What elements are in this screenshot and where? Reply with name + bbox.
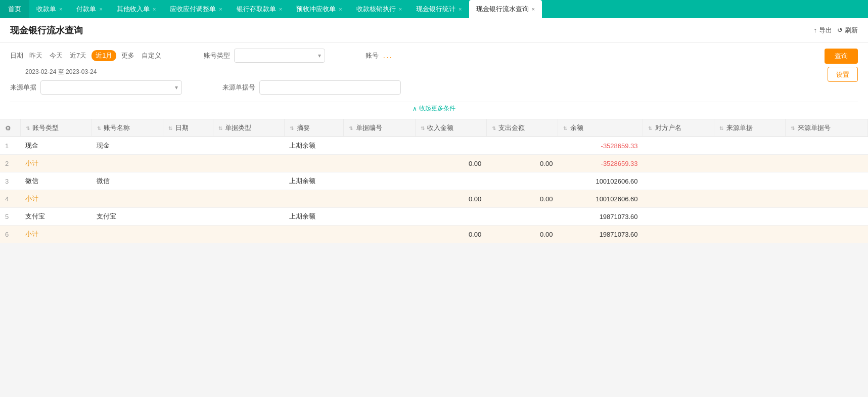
row-expense xyxy=(486,208,558,226)
nav-tab-shoukuan[interactable]: 收款单 × xyxy=(29,0,69,18)
col-counterparty[interactable]: ⇅ 对方户名 xyxy=(643,119,714,137)
row-balance: 100102606.60 xyxy=(558,190,643,208)
close-icon[interactable]: × xyxy=(459,6,462,12)
close-icon[interactable]: × xyxy=(279,6,282,12)
row-acct-type: 小计 xyxy=(20,226,92,243)
sort-icon: ⇅ xyxy=(349,125,353,131)
date-range-display: 2023-02-24 至 2023-03-24 xyxy=(25,68,97,75)
row-index: 1 xyxy=(0,137,20,155)
table-row[interactable]: 5 支付宝 支付宝 上期余额 19871073.60 xyxy=(0,208,868,226)
source-doc-select[interactable] xyxy=(40,80,182,95)
collapse-bar[interactable]: ∧ 收起更多条件 xyxy=(10,102,858,115)
row-acct-type: 小计 xyxy=(20,155,92,172)
date-today[interactable]: 今天 xyxy=(48,50,65,61)
close-icon[interactable]: × xyxy=(153,6,156,12)
date-yesterday[interactable]: 昨天 xyxy=(27,50,44,61)
col-date[interactable]: ⇅ 日期 xyxy=(163,119,213,137)
query-button[interactable]: 查询 xyxy=(825,49,858,64)
nav-tab-qitashouru[interactable]: 其他收入单 × xyxy=(110,0,163,18)
col-doc-no[interactable]: ⇅ 单据编号 xyxy=(344,119,415,137)
row-source-doc xyxy=(714,190,786,208)
row-doc-no xyxy=(344,226,415,243)
row-balance: 19871073.60 xyxy=(558,208,643,226)
row-index: 6 xyxy=(0,226,20,243)
row-balance: -3528659.33 xyxy=(558,137,643,155)
table-row[interactable]: 3 微信 微信 上期余额 100102606.60 xyxy=(0,172,868,190)
col-gear[interactable]: ⚙ xyxy=(0,119,20,137)
col-summary[interactable]: ⇅ 摘要 xyxy=(284,119,343,137)
source-doc-num-input[interactable] xyxy=(259,80,401,95)
row-source-doc xyxy=(714,137,786,155)
gear-icon[interactable]: ⚙ xyxy=(5,124,11,132)
account-more-button[interactable]: ... xyxy=(383,51,392,60)
nav-tab-liushui[interactable]: 现金银行流水查询 × xyxy=(469,0,542,18)
source-doc-num-filter-group: 来源单据号 xyxy=(222,80,401,95)
account-type-select[interactable] xyxy=(234,49,325,63)
page-title: 现金银行流水查询 xyxy=(10,24,83,36)
row-doc-type xyxy=(213,190,284,208)
date-custom[interactable]: 自定义 xyxy=(140,50,163,61)
close-icon[interactable]: × xyxy=(339,6,342,12)
col-income[interactable]: ⇅ 收入金额 xyxy=(415,119,486,137)
row-income: 0.00 xyxy=(415,226,486,243)
settings-button[interactable]: 设置 xyxy=(828,67,858,82)
table-row[interactable]: 1 现金 现金 上期余额 -3528659.33 xyxy=(0,137,868,155)
row-income xyxy=(415,172,486,190)
row-expense xyxy=(486,172,558,190)
row-acct-type: 现金 xyxy=(20,137,92,155)
row-acct-type: 支付宝 xyxy=(20,208,92,226)
nav-tab-yinhangcunqu[interactable]: 银行存取款单 × xyxy=(230,0,289,18)
col-doc-type[interactable]: ⇅ 单据类型 xyxy=(213,119,284,137)
row-source-doc xyxy=(714,226,786,243)
close-icon[interactable]: × xyxy=(532,6,535,12)
date-more[interactable]: 更多 xyxy=(119,50,136,61)
col-acct-type[interactable]: ⇅ 账号类型 xyxy=(20,119,92,137)
row-summary xyxy=(284,190,343,208)
close-icon[interactable]: × xyxy=(59,6,62,12)
date-1month[interactable]: 近1月 xyxy=(92,50,116,61)
row-acct-name xyxy=(92,155,163,172)
close-icon[interactable]: × xyxy=(399,6,402,12)
export-button[interactable]: ↑ 导出 xyxy=(814,26,833,35)
col-source-doc[interactable]: ⇅ 来源单据 xyxy=(714,119,786,137)
row-index: 2 xyxy=(0,155,20,172)
col-balance[interactable]: ⇅ 余额 xyxy=(558,119,643,137)
row-index: 4 xyxy=(0,190,20,208)
close-icon[interactable]: × xyxy=(219,6,222,12)
row-doc-no xyxy=(344,172,415,190)
nav-tab-yushouying[interactable]: 预收冲应收单 × xyxy=(289,0,349,18)
row-expense: 0.00 xyxy=(486,226,558,243)
account-label: 账号 xyxy=(366,51,379,60)
row-expense xyxy=(486,137,558,155)
sort-icon: ⇅ xyxy=(719,125,723,131)
export-icon: ↑ xyxy=(814,26,817,34)
data-table-container: ⚙ ⇅ 账号类型 ⇅ 账号名称 ⇅ 日期 ⇅ 单据类型 xyxy=(0,119,868,243)
nav-tab-yingshouyingfu[interactable]: 应收应付调整单 × xyxy=(163,0,229,18)
col-source-doc-no[interactable]: ⇅ 来源单据号 xyxy=(786,119,868,137)
row-source-doc-no xyxy=(786,172,868,190)
table-row[interactable]: 6 小计 0.00 0.00 19871073.60 xyxy=(0,226,868,243)
account-type-label: 账号类型 xyxy=(204,51,230,60)
col-acct-name[interactable]: ⇅ 账号名称 xyxy=(92,119,163,137)
nav-home[interactable]: 首页 xyxy=(0,0,29,18)
row-date xyxy=(163,226,213,243)
table-row[interactable]: 2 小计 0.00 0.00 -3528659.33 xyxy=(0,155,868,172)
nav-tab-shoukuanhexiao[interactable]: 收款核销执行 × xyxy=(349,0,409,18)
nav-tab-xianjinyinhang[interactable]: 现金银行统计 × xyxy=(409,0,469,18)
col-expense[interactable]: ⇅ 支出金额 xyxy=(486,119,558,137)
source-doc-num-label: 来源单据号 xyxy=(222,83,255,92)
row-date xyxy=(163,172,213,190)
refresh-button[interactable]: ↺ 刷新 xyxy=(837,26,858,35)
close-icon[interactable]: × xyxy=(99,6,102,12)
table-row[interactable]: 4 小计 0.00 0.00 100102606.60 xyxy=(0,190,868,208)
row-date xyxy=(163,208,213,226)
row-income xyxy=(415,208,486,226)
row-acct-name xyxy=(92,190,163,208)
row-doc-no xyxy=(344,208,415,226)
nav-tab-fukuan[interactable]: 付款单 × xyxy=(69,0,109,18)
row-income xyxy=(415,137,486,155)
sort-icon: ⇅ xyxy=(97,125,101,131)
date-7days[interactable]: 近7天 xyxy=(68,50,88,61)
row-doc-no xyxy=(344,190,415,208)
row-balance: 19871073.60 xyxy=(558,226,643,243)
